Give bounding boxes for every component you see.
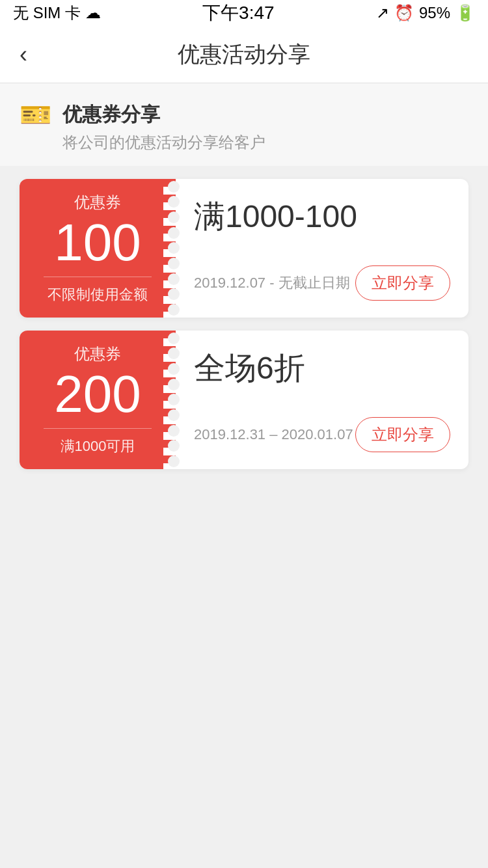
coupon-left-2: 优惠券 200 满1000可用: [20, 331, 176, 469]
coupon-section-icon: 🎫: [20, 102, 52, 128]
coupon-label-2: 优惠券: [74, 344, 121, 364]
nav-bar: ‹ 优惠活动分享: [0, 26, 488, 83]
section-text: 优惠券分享 将公司的优惠活动分享给客户: [62, 102, 265, 153]
coupon-zigzag-2: [168, 331, 183, 469]
status-time: 下午3:47: [202, 1, 275, 25]
battery-level: 95%: [419, 4, 450, 22]
sim-status: 无 SIM 卡 ☁: [13, 3, 101, 23]
coupon-card-1: 优惠券 100 不限制使用金额 满1000-100 2019.12.07 - 无…: [20, 179, 468, 318]
coupon-name-1: 满1000-100: [194, 196, 450, 237]
coupon-name-2: 全场6折: [194, 347, 450, 389]
coupon-condition-1: 不限制使用金额: [47, 285, 148, 305]
section-header: 🎫 优惠券分享 将公司的优惠活动分享给客户: [0, 83, 488, 166]
back-button[interactable]: ‹: [20, 41, 27, 68]
location-icon: ↗: [376, 4, 389, 22]
share-button-1[interactable]: 立即分享: [355, 265, 450, 301]
coupon-amount-2: 200: [54, 368, 141, 420]
coupon-bottom-2: 2019.12.31 – 2020.01.07 立即分享: [194, 417, 450, 452]
coupon-right-2: 全场6折 2019.12.31 – 2020.01.07 立即分享: [176, 331, 468, 469]
coupon-label-1: 优惠券: [74, 192, 121, 213]
share-button-2[interactable]: 立即分享: [355, 417, 450, 452]
coupon-right-1: 满1000-100 2019.12.07 - 无截止日期 立即分享: [176, 179, 468, 318]
coupon-amount-1: 100: [54, 217, 141, 269]
coupon-divider-1: [44, 277, 152, 277]
empty-space: [0, 495, 488, 868]
status-left: 无 SIM 卡 ☁: [13, 3, 101, 23]
coupon-date-2: 2019.12.31 – 2020.01.07: [194, 426, 353, 443]
status-bar: 无 SIM 卡 ☁ 下午3:47 ↗ ⏰ 95% 🔋: [0, 0, 488, 26]
alarm-icon: ⏰: [394, 4, 414, 22]
coupon-divider-2: [44, 428, 152, 429]
coupon-condition-2: 满1000可用: [61, 437, 135, 456]
page-title: 优惠活动分享: [178, 40, 310, 70]
coupon-zigzag-1: [168, 179, 183, 318]
section-subtitle: 将公司的优惠活动分享给客户: [62, 132, 265, 153]
section-title: 优惠券分享: [62, 102, 265, 128]
status-right: ↗ ⏰ 95% 🔋: [376, 4, 475, 22]
coupon-bottom-1: 2019.12.07 - 无截止日期 立即分享: [194, 265, 450, 301]
coupon-list: 优惠券 100 不限制使用金额 满1000-100 2019.12.07 - 无…: [0, 166, 488, 495]
coupon-card-2: 优惠券 200 满1000可用 全场6折 2019.12.31 – 2020.0…: [20, 331, 468, 469]
battery-icon: 🔋: [455, 4, 475, 22]
coupon-date-1: 2019.12.07 - 无截止日期: [194, 273, 350, 293]
coupon-left-1: 优惠券 100 不限制使用金额: [20, 179, 176, 318]
